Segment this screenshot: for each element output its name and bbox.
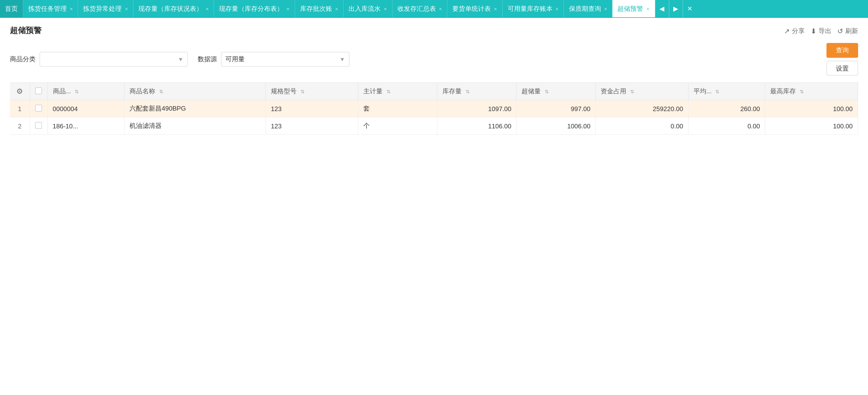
nav-close-recv-summary[interactable]: × [439,6,442,12]
nav-item-exception[interactable]: 拣货异常处理 × [78,0,133,17]
filter-bar: 商品分类 ▼ 数据源 可用量 ▼ 查询 设置 [10,43,858,76]
col-product-code-label: 商品... [53,87,71,95]
cell-avg: 0.00 [689,118,765,135]
nav-item-stock-status[interactable]: 现存量（库存状况表） × [133,0,214,17]
datasource-chevron-icon: ▼ [340,56,345,62]
nav-close-order-stats[interactable]: × [494,6,497,12]
nav-close-exception[interactable]: × [125,6,128,12]
nav-label-stock-dist: 现存量（库存分布表） [219,4,283,13]
cell-spec: 123 [265,100,358,118]
row-checkbox[interactable] [35,105,42,112]
col-stock[interactable]: 库存量 ⇅ [437,83,517,100]
nav-prev-arrow[interactable]: ◀ [655,0,669,17]
nav-close-expiry[interactable]: × [604,6,607,12]
nav-label-task-mgmt: 拣货任务管理 [28,4,67,13]
category-chevron-icon: ▼ [178,56,183,62]
col-avg-label: 平均... [694,87,712,95]
nav-label-exception: 拣货异常处理 [83,4,122,13]
page-content: 超储预警 ↗ 分享 ⬇ 导出 ↺ 刷新 商品分类 ▼ 数据源 [0,18,868,143]
export-button[interactable]: ⬇ 导出 [811,27,831,36]
category-select[interactable]: ▼ [40,52,188,67]
category-filter-group: 商品分类 ▼ [10,52,188,67]
nav-close-stock-dist[interactable]: × [286,6,289,12]
col-product-name[interactable]: 商品名称 ⇅ [124,83,265,100]
datasource-select[interactable]: 可用量 ▼ [221,52,349,67]
nav-label-inout-flow: 出入库流水 [348,4,381,13]
nav-close-all-arrow[interactable]: ✕ [683,0,696,17]
page-title-bar: 超储预警 ↗ 分享 ⬇ 导出 ↺ 刷新 [10,26,858,36]
datasource-label: 数据源 [198,55,217,64]
table-row: 1 0000004 六配套新昌490BPG 123 套 1097.00 997.… [10,100,858,118]
row-checkbox[interactable] [35,122,42,129]
table-header-row: ⚙ 商品... ⇅ 商品名称 ⇅ 规格型号 ⇅ 主计量 [10,83,858,100]
cell-spec: 123 [265,118,358,135]
sort-icon-capital: ⇅ [630,89,634,94]
nav-label-avail-stock: 可用量库存账本 [508,4,553,13]
datasource-value: 可用量 [225,55,245,64]
col-settings: ⚙ [10,83,30,100]
datasource-filter-group: 数据源 可用量 ▼ [198,52,349,67]
table-row: 2 186-10... 机油滤清器 123 个 1106.00 1006.00 … [10,118,858,135]
nav-label-expiry: 保质期查询 [569,4,601,13]
nav-label-home: 首页 [5,4,18,13]
col-spec[interactable]: 规格型号 ⇅ [265,83,358,100]
col-overstock[interactable]: 超储量 ⇅ [517,83,596,100]
cell-avg: 260.00 [689,100,765,118]
col-overstock-label: 超储量 [521,87,541,95]
col-product-name-label: 商品名称 [130,87,155,95]
col-unit[interactable]: 主计量 ⇅ [358,83,437,100]
sort-icon-stock: ⇅ [466,89,470,94]
col-product-code[interactable]: 商品... ⇅ [47,83,124,100]
nav-label-stock-status: 现存量（库存状况表） [138,4,203,13]
nav-label-recv-summary: 收发存汇总表 [397,4,436,13]
share-button[interactable]: ↗ 分享 [784,27,805,36]
cell-product-code: 0000004 [47,100,124,118]
cell-product-name: 六配套新昌490BPG [124,100,265,118]
export-label: 导出 [819,27,831,36]
refresh-button[interactable]: ↺ 刷新 [837,27,858,36]
nav-close-avail-stock[interactable]: × [556,6,559,12]
nav-label-batch: 库存批次账 [300,4,332,13]
col-avg[interactable]: 平均... ⇅ [689,83,765,100]
nav-item-inout-flow[interactable]: 出入库流水 × [344,0,392,17]
nav-item-batch[interactable]: 库存批次账 × [295,0,344,17]
nav-item-home[interactable]: 首页 [0,0,23,17]
cell-checkbox [30,100,47,118]
query-button[interactable]: 查询 [826,43,858,58]
nav-item-task-mgmt[interactable]: 拣货任务管理 × [23,0,78,17]
nav-next-arrow[interactable]: ▶ [669,0,683,17]
cell-product-name: 机油滤清器 [124,118,265,135]
nav-item-order-stats[interactable]: 要货单统计表 × [447,0,502,17]
cell-stock: 1106.00 [437,118,517,135]
cell-capital: 0.00 [596,118,689,135]
nav-item-recv-summary[interactable]: 收发存汇总表 × [392,0,447,17]
nav-close-batch[interactable]: × [335,6,338,12]
nav-item-avail-stock[interactable]: 可用量库存账本 × [503,0,564,17]
action-buttons: 查询 设置 [826,43,858,76]
col-capital[interactable]: 资金占用 ⇅ [596,83,689,100]
nav-item-expiry[interactable]: 保质期查询 × [564,0,612,17]
nav-label-overstock: 超储预警 [617,4,643,13]
share-label: 分享 [792,27,805,36]
nav-close-stock-status[interactable]: × [206,6,209,12]
settings-gear-icon[interactable]: ⚙ [16,87,23,96]
export-icon: ⬇ [811,27,817,35]
nav-item-stock-dist[interactable]: 现存量（库存分布表） × [214,0,295,17]
cell-max-stock: 100.00 [765,118,858,135]
col-max-stock-label: 最高库存 [770,87,796,95]
header-checkbox[interactable] [35,87,42,94]
nav-close-inout-flow[interactable]: × [384,6,387,12]
sort-icon-max-stock: ⇅ [800,89,804,94]
sort-icon-product-name: ⇅ [159,89,163,94]
col-max-stock[interactable]: 最高库存 ⇅ [765,83,858,100]
col-unit-label: 主计量 [363,87,383,95]
nav-close-task-mgmt[interactable]: × [70,6,73,12]
cell-overstock: 1006.00 [517,118,596,135]
top-navigation: 首页 拣货任务管理 × 拣货异常处理 × 现存量（库存状况表） × 现存量（库存… [0,0,868,18]
sort-icon-product-code: ⇅ [75,89,79,94]
nav-item-overstock[interactable]: 超储预警 × [612,0,654,17]
cell-row-num: 1 [10,100,30,118]
cell-unit: 套 [358,100,437,118]
nav-close-overstock[interactable]: × [646,6,649,12]
settings-button[interactable]: 设置 [826,61,858,76]
